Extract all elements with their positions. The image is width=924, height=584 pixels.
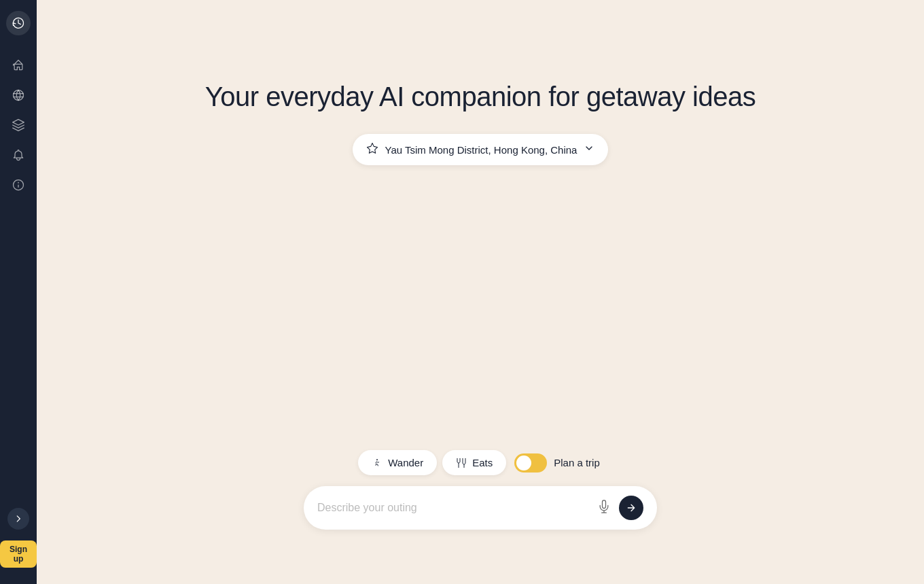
plan-trip-toggle[interactable] <box>514 453 547 473</box>
wander-tab[interactable]: Wander <box>358 450 437 475</box>
app-logo[interactable] <box>6 11 31 35</box>
microphone-icon[interactable] <box>597 500 611 516</box>
navigation-icon <box>366 142 378 157</box>
wander-tab-label: Wander <box>388 457 423 468</box>
sidebar-item-home[interactable] <box>5 52 32 79</box>
main-content: Your everyday AI companion for getaway i… <box>37 0 924 584</box>
sidebar: Sign up <box>0 0 37 584</box>
layers-icon <box>12 118 25 132</box>
send-icon <box>626 502 637 513</box>
eats-tab[interactable]: Eats <box>442 450 506 475</box>
sidebar-item-notifications[interactable] <box>5 141 32 169</box>
chevron-down-icon <box>584 143 594 156</box>
sidebar-nav <box>5 52 32 502</box>
svg-point-0 <box>14 90 24 101</box>
bell-icon <box>12 148 25 162</box>
plan-trip-label: Plan a trip <box>554 457 600 468</box>
signup-button[interactable]: Sign up <box>0 540 37 568</box>
location-selector[interactable]: Yau Tsim Mong District, Hong Kong, China <box>353 134 609 165</box>
chevron-right-icon <box>14 514 23 523</box>
toggle-knob <box>516 456 531 470</box>
info-icon <box>12 178 25 192</box>
home-icon <box>12 58 25 72</box>
person-walk-icon <box>372 458 383 468</box>
bottom-area: Wander Eats Plan a trip <box>37 450 924 530</box>
search-bar <box>304 486 657 530</box>
plan-trip-tab[interactable]: Plan a trip <box>512 451 603 475</box>
search-input[interactable] <box>317 502 589 514</box>
fork-knife-icon <box>456 458 467 468</box>
sidebar-item-layers[interactable] <box>5 111 32 139</box>
clock-rotate-icon <box>12 16 25 30</box>
sidebar-item-info[interactable] <box>5 171 32 199</box>
tab-row: Wander Eats Plan a trip <box>358 450 603 475</box>
svg-point-4 <box>376 459 378 460</box>
expand-sidebar-button[interactable] <box>7 508 29 530</box>
sidebar-item-explore[interactable] <box>5 82 32 109</box>
send-button[interactable] <box>619 496 643 520</box>
eats-tab-label: Eats <box>472 457 493 468</box>
globe-icon <box>12 88 25 102</box>
hero-title: Your everyday AI companion for getaway i… <box>205 82 756 112</box>
location-text: Yau Tsim Mong District, Hong Kong, China <box>385 144 578 156</box>
